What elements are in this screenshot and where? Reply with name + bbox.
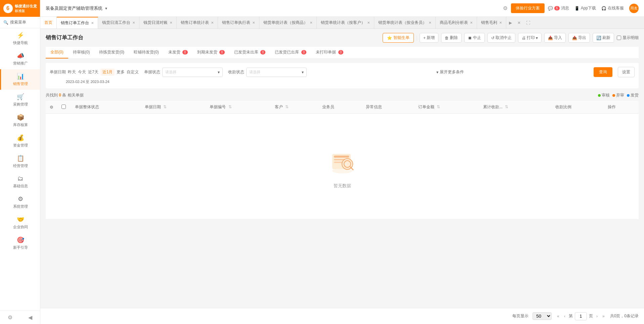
subtab-shipped-not-out[interactable]: 已发货未出库 0: [229, 47, 270, 58]
sort-received-icon: ⇅: [505, 105, 508, 109]
tab-cash-daily[interactable]: 钱货日清工作台 ✕: [98, 17, 139, 29]
cart-icon: 🛒: [17, 93, 24, 100]
chart-icon: 📊: [17, 73, 24, 80]
payment-select[interactable]: 请选择 ▾: [246, 68, 307, 77]
select-all-checkbox[interactable]: [61, 105, 66, 109]
online-service-btn[interactable]: 🎧 在线客服: [601, 5, 624, 11]
page-size-select[interactable]: 50 10 20 100: [532, 312, 552, 320]
tab-sales-profit[interactable]: 销售毛利 ✕: [477, 17, 506, 29]
expand-filter-btn[interactable]: ▾ 展开更多条件: [436, 69, 464, 75]
last-page-btn[interactable]: »: [601, 313, 606, 319]
col-date-header[interactable]: 单据日期 ⇅: [141, 101, 206, 114]
tab-sales-stats[interactable]: 销售订单统计表 ✕: [177, 17, 218, 29]
smart-create-btn[interactable]: ⭐ 智能生单: [383, 33, 414, 43]
col-customer-header[interactable]: 客户 ⇅: [271, 101, 318, 114]
solution-btn[interactable]: 体验行业方案: [511, 3, 545, 13]
settings-filter-btn[interactable]: 设置: [618, 67, 635, 77]
col-settings[interactable]: ⚙: [46, 101, 57, 114]
col-staff-header[interactable]: 业务员: [318, 101, 362, 114]
unaudit-result-btn[interactable]: 弃审: [612, 92, 624, 98]
show-detail-input[interactable]: [617, 36, 621, 40]
subtab-wangpu-ship[interactable]: 旺铺待发货(0): [129, 47, 164, 58]
tab-cash-reconcile[interactable]: 钱货日清对账 ✕: [139, 17, 177, 29]
audit-result-btn[interactable]: 审核: [598, 92, 610, 98]
tab-close-gross-margin[interactable]: ✕: [470, 21, 473, 25]
tab-gross-margin[interactable]: 商品毛利分析表 ✕: [436, 17, 477, 29]
tab-close-sales-product[interactable]: ✕: [310, 21, 312, 25]
tab-sales-product[interactable]: 销货单统计表（按商品） ✕: [259, 17, 317, 29]
system-title-dropdown[interactable]: ▾: [105, 6, 107, 11]
cancel-stop-btn[interactable]: ↺ 取消中止: [487, 33, 515, 43]
next-page-btn[interactable]: ›: [595, 313, 599, 319]
topbar-settings-icon[interactable]: ⚙: [503, 5, 508, 11]
subtab-not-shipped[interactable]: 未发货 0: [164, 47, 192, 58]
sidebar-item-marketing[interactable]: 📣 营销推广: [0, 49, 40, 69]
subtab-all[interactable]: 全部(0): [46, 47, 68, 58]
col-number-header[interactable]: 单据编号 ⇅: [206, 101, 270, 114]
tabbar-expand-btn[interactable]: ⛶: [523, 21, 533, 25]
tab-close-sales-stats[interactable]: ✕: [211, 21, 214, 25]
collapse-icon[interactable]: ◀: [28, 314, 32, 321]
app-download-btn[interactable]: 📱 App下载: [574, 5, 596, 11]
subtab-overdue-ship[interactable]: 到期未发货 0: [192, 47, 229, 58]
sidebar-item-system[interactable]: ⚙ 系统管理: [0, 192, 40, 212]
show-detail-checkbox[interactable]: 显示明细: [617, 35, 639, 41]
tabbar-close-all-btn[interactable]: ✕: [515, 21, 523, 25]
print-btn[interactable]: 🖨 打印 ▾: [518, 33, 542, 43]
sidebar-item-guide[interactable]: 🎯 新手引导: [0, 233, 40, 253]
subtab-shipped-out[interactable]: 已发货已出库 0: [270, 47, 311, 58]
date-opt-yesterday[interactable]: 昨天: [68, 69, 76, 75]
sidebar-item-inventory[interactable]: 📦 库存核算: [0, 110, 40, 131]
empty-state: 暂无数据: [50, 117, 635, 216]
subtab-pending-inspect[interactable]: 待拣货发货(0): [94, 47, 129, 58]
status-select[interactable]: 请选择 ▾: [162, 68, 223, 77]
sidebar-item-search[interactable]: 🔍 搜索菜单: [0, 17, 40, 28]
tab-sales-customer[interactable]: 销货单统计表（按客户） ✕: [317, 17, 374, 29]
date-opt-7days[interactable]: 近7天: [88, 69, 98, 75]
first-page-btn[interactable]: «: [556, 313, 561, 319]
sidebar-item-quick-nav[interactable]: ⚡ 快捷导航: [0, 28, 40, 49]
sidebar-item-enterprise[interactable]: 🤝 企业协同: [0, 212, 40, 233]
date-opt-1month[interactable]: 近1月: [100, 69, 115, 76]
settings-bottom-icon[interactable]: ⚙: [8, 314, 12, 321]
user-avatar[interactable]: 用友: [629, 4, 639, 13]
ship-result-btn[interactable]: 发货: [627, 92, 639, 98]
subtab-not-printed[interactable]: 未打印单据 0: [311, 47, 348, 58]
refresh-btn[interactable]: 🔄 刷新: [593, 33, 614, 43]
sidebar-item-base-info[interactable]: 🗂 基础信息: [0, 172, 40, 192]
sidebar-item-capital[interactable]: 💰 资金管理: [0, 131, 40, 151]
add-btn[interactable]: + 新增: [420, 33, 438, 43]
results-count-value: 0: [59, 93, 61, 97]
tab-home[interactable]: 首页: [40, 17, 57, 29]
subtab-pending-review[interactable]: 待审核(0): [68, 47, 95, 58]
tabbar-overflow-btn[interactable]: ▶: [506, 21, 515, 25]
tab-close-sales-profit[interactable]: ✕: [499, 21, 502, 25]
col-received-header[interactable]: 累计收款... ⇅: [479, 101, 551, 114]
tab-sales-order[interactable]: 销售订单工作台 ✕: [57, 17, 98, 29]
date-opt-more[interactable]: 更多: [117, 69, 125, 75]
tab-close-cash-daily[interactable]: ✕: [132, 21, 135, 25]
table-header-row: ⚙ 单据整体状态 单据日期 ⇅: [46, 101, 639, 114]
message-btn[interactable]: 💬 6 消息: [548, 5, 569, 11]
prev-page-btn[interactable]: ‹: [563, 313, 567, 319]
col-amount-header[interactable]: 订单金额 ⇅: [414, 101, 479, 114]
tab-sales-staff[interactable]: 销货单统计表（按业务员） ✕: [374, 17, 436, 29]
tab-sales-exec[interactable]: 销售订单执行表 ✕: [218, 17, 259, 29]
col-checkbox-header[interactable]: [57, 101, 71, 114]
tab-close-sales-customer[interactable]: ✕: [367, 21, 370, 25]
page-input[interactable]: [575, 312, 587, 320]
delete-btn[interactable]: 🗑 删除: [441, 33, 462, 43]
stop-btn[interactable]: ⏹ 中止: [464, 33, 485, 43]
tab-close-sales-exec[interactable]: ✕: [252, 21, 255, 25]
sidebar-item-sales[interactable]: 📊 销售管理: [0, 69, 40, 90]
tab-close-sales-staff[interactable]: ✕: [429, 21, 431, 25]
tab-close-sales-order[interactable]: ✕: [91, 21, 94, 25]
tab-close-cash-reconcile[interactable]: ✕: [170, 21, 172, 25]
query-btn[interactable]: 查询: [594, 67, 612, 77]
import-btn[interactable]: 📥 导入: [544, 33, 566, 43]
sidebar-item-operations[interactable]: 📋 经营管理: [0, 151, 40, 172]
sidebar-item-purchase[interactable]: 🛒 采购管理: [0, 90, 40, 110]
export-btn[interactable]: 📤 导出: [568, 33, 590, 43]
date-opt-today[interactable]: 今天: [78, 69, 86, 75]
date-opt-custom[interactable]: 自定义: [127, 69, 139, 75]
